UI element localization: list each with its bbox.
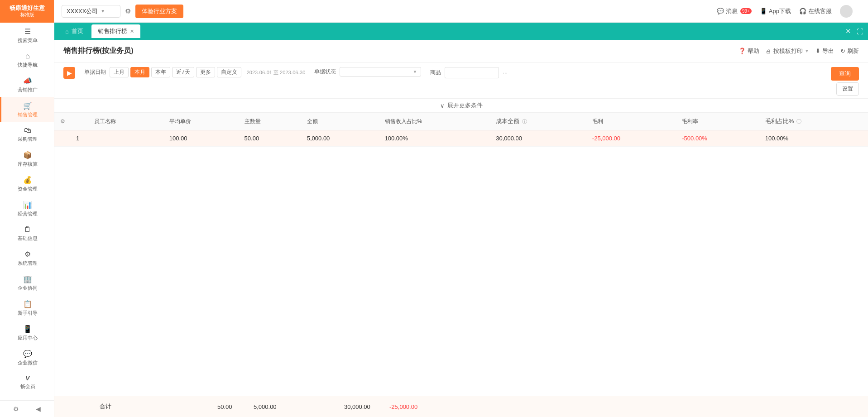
row-rank: 1 — [71, 130, 89, 147]
row-sales-pct: 100.00% — [379, 130, 491, 147]
prev-month-btn[interactable]: 上月 — [110, 67, 129, 77]
col-total: 全额 — [302, 113, 379, 130]
last7-btn[interactable]: 近7天 — [172, 67, 194, 77]
chevron-down-icon: ∨ — [440, 102, 445, 109]
table-row: 1 100.00 50.00 5,000.00 100.00% 30,000.0… — [54, 130, 868, 147]
refresh-button[interactable]: ↻ 刷新 — [840, 47, 859, 55]
col-gross-pct: 毛利占比% ⓘ — [760, 113, 868, 130]
goods-filter-group: 商品 ··· — [430, 67, 508, 78]
sidebar-item-basic-info[interactable]: 🗒 基础信息 — [0, 221, 54, 245]
date-buttons: 上月 本月 本年 近7天 更多 自定义 — [110, 67, 241, 77]
col-settings[interactable]: ⚙ — [54, 113, 71, 130]
row-gross-rate: -500.00% — [676, 130, 759, 147]
maximize-icon[interactable]: ⛶ — [857, 28, 863, 35]
marketing-icon: 📣 — [23, 77, 32, 85]
expand-more-row[interactable]: ∨ 展开更多条件 — [54, 99, 868, 113]
sidebar-item-label: 销售管理 — [18, 111, 38, 118]
close-window-icon[interactable]: ✕ — [845, 27, 851, 35]
custom-btn[interactable]: 自定义 — [217, 67, 241, 77]
top-header: XXXXX公司 ▼ ⚙ 体验行业方案 💬 消息 99+ 📱 App下载 🎧 在线… — [54, 0, 868, 23]
filter-toggle-arrow[interactable]: ▶ — [63, 67, 75, 79]
col-gross-rate: 毛利率 — [676, 113, 759, 130]
sidebar-item-label: 新手引导 — [18, 310, 38, 316]
sidebar-item-label: 企业微信 — [18, 359, 38, 366]
date-filter-group: 单据日期 上月 本月 本年 近7天 更多 自定义 2023-06-01 至 20… — [84, 67, 305, 77]
avatar[interactable] — [840, 5, 853, 18]
message-item[interactable]: 💬 消息 99+ — [717, 7, 752, 15]
tab-sales-ranking[interactable]: 销售排行榜 ✕ — [91, 24, 140, 38]
sidebar-item-label: 企业协同 — [18, 285, 38, 292]
export-button[interactable]: ⬇ 导出 — [815, 47, 834, 55]
sidebar-item-guide[interactable]: 📋 新手引导 — [0, 295, 54, 320]
sidebar-item-marketing[interactable]: 📣 营销推广 — [0, 72, 54, 97]
help-button[interactable]: ❓ 帮助 — [739, 47, 759, 55]
this-year-btn[interactable]: 本年 — [151, 67, 170, 77]
header-right: 💬 消息 99+ 📱 App下载 🎧 在线客服 — [717, 5, 861, 18]
col-sales-pct: 销售收入占比% — [379, 113, 491, 130]
status-select-chevron: ▼ — [412, 69, 417, 74]
message-icon: 💬 — [717, 8, 724, 14]
filter-section: ▶ 单据日期 上月 本月 本年 近7天 更多 自定义 2023-06-01 至 … — [54, 62, 868, 99]
sidebar-item-app-center[interactable]: 📱 应用中心 — [0, 320, 54, 345]
status-select[interactable]: ▼ — [340, 67, 421, 77]
sidebar-item-purchase[interactable]: 🛍 采购管理 — [0, 122, 54, 146]
more-btn[interactable]: 更多 — [196, 67, 215, 77]
sidebar-item-system[interactable]: ⚙ 系统管理 — [0, 245, 54, 270]
this-month-btn[interactable]: 本月 — [130, 67, 149, 77]
help-icon: ❓ — [739, 48, 746, 54]
sidebar-item-sales[interactable]: 🛒 销售管理 — [0, 97, 54, 122]
sidebar-bottom: ⚙ ◀ — [0, 400, 54, 417]
logo-sub: 标准版 — [20, 12, 34, 18]
row-main-qty: 50.00 — [239, 130, 302, 147]
print-button[interactable]: 🖨 按模板打印 ▼ — [766, 47, 809, 55]
date-range: 2023-06-01 至 2023-06-30 — [247, 69, 306, 76]
refresh-icon: ↻ — [840, 48, 845, 54]
goods-input[interactable] — [445, 67, 499, 78]
sidebar-item-label: 库存核算 — [18, 161, 38, 168]
col-rank — [71, 113, 89, 130]
sidebar-item-label: 应用中心 — [18, 335, 38, 341]
collab-icon: 🏢 — [23, 275, 32, 283]
online-service-item[interactable]: 🎧 在线客服 — [799, 7, 832, 15]
chevron-down-icon: ▼ — [101, 9, 105, 14]
sidebar-logo: 畅康通好生意 标准版 — [0, 0, 54, 23]
row-gross: -25,000.00 — [587, 130, 676, 147]
cost-info-icon[interactable]: ⓘ — [522, 119, 527, 124]
col-avg-price: 平均单价 — [164, 113, 239, 130]
tab-close-icon[interactable]: ✕ — [130, 29, 134, 34]
sidebar-item-collab[interactable]: 🏢 企业协同 — [0, 270, 54, 295]
tab-home[interactable]: ⌂ 首页 — [59, 24, 90, 38]
print-label: 按模板打印 — [773, 47, 803, 55]
finance-icon: 💰 — [23, 176, 32, 184]
sidebar-item-quick-nav[interactable]: ⌂ 快捷导航 — [0, 48, 54, 72]
sidebar-item-inventory[interactable]: 📦 库存核算 — [0, 146, 54, 171]
row-employee — [89, 130, 164, 147]
table-footer: 合计 50.00 5,000.00 30,000.00 -25,000.00 — [54, 396, 868, 417]
status-filter-label: 单据状态 — [314, 68, 336, 76]
goods-more-icon[interactable]: ··· — [503, 69, 508, 76]
tab-sales-ranking-label: 销售排行榜 — [98, 27, 127, 35]
print-icon: 🖨 — [766, 48, 772, 54]
sidebar-item-label: 搜索菜单 — [18, 37, 38, 44]
content-area: 销售排行榜(按业务员) ❓ 帮助 🖨 按模板打印 ▼ ⬇ 导出 ↻ 刷新 — [54, 40, 868, 417]
company-select[interactable]: XXXXX公司 ▼ — [62, 5, 120, 18]
sidebar-item-member[interactable]: V 畅会员 — [0, 370, 54, 393]
trial-button[interactable]: 体验行业方案 — [135, 5, 183, 18]
sidebar-item-wechat[interactable]: 💬 企业微信 — [0, 345, 54, 370]
sidebar-item-finance[interactable]: 💰 资金管理 — [0, 171, 54, 196]
sidebar-collapse-icon[interactable]: ◀ — [36, 405, 41, 412]
sidebar-item-operations[interactable]: 📊 经营管理 — [0, 196, 54, 221]
help-label: 帮助 — [748, 47, 759, 55]
sidebar-item-search-orders[interactable]: ☰ 搜索菜单 — [0, 23, 54, 48]
settings-button[interactable]: 设置 — [836, 82, 859, 96]
inventory-icon: 📦 — [23, 151, 32, 159]
row-avg-price: 100.00 — [164, 130, 239, 147]
header-settings-icon[interactable]: ⚙ — [125, 7, 131, 15]
col-cost-total: 成本全额 ⓘ — [490, 113, 587, 130]
table-header-row: ⚙ 员工名称 平均单价 主数量 全额 销售收入占比% 成本全额 ⓘ 毛利 毛利率 — [54, 113, 868, 130]
app-download-item[interactable]: 📱 App下载 — [760, 7, 791, 15]
gross-pct-info-icon[interactable]: ⓘ — [796, 119, 801, 124]
sales-ranking-table: ⚙ 员工名称 平均单价 主数量 全额 销售收入占比% 成本全额 ⓘ 毛利 毛利率 — [54, 113, 868, 147]
sidebar-settings-icon[interactable]: ⚙ — [13, 405, 19, 412]
query-button[interactable]: 查询 — [831, 67, 859, 81]
